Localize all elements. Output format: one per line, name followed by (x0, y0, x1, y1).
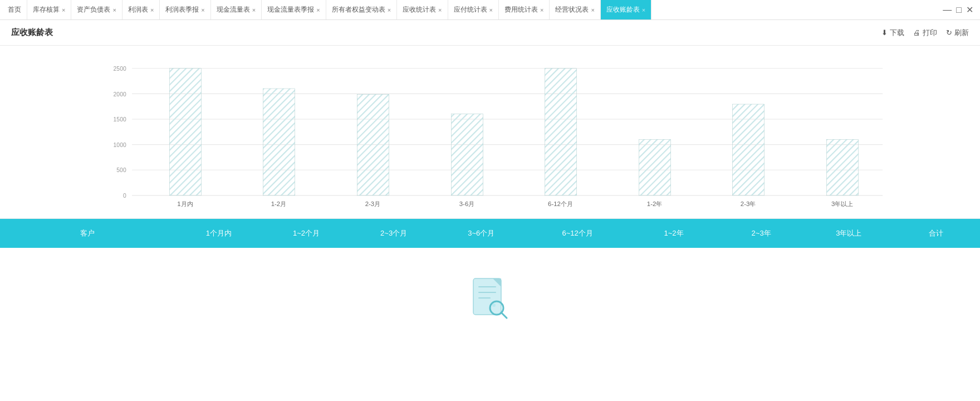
svg-text:2-3年: 2-3年 (741, 200, 756, 207)
close-icon[interactable]: × (388, 7, 391, 13)
empty-illustration (462, 270, 518, 326)
tab-bar: 首页 库存核算 × 资产负债表 × 利润表 × 利润表季报 × 现金流量表 × … (0, 0, 980, 20)
download-icon: ⬇ (881, 28, 888, 37)
th-2-3m: 2~3个月 (350, 228, 438, 238)
th-6-12m: 6~12个月 (525, 228, 630, 238)
bar-1m (169, 69, 201, 195)
bar-6-12m (545, 69, 577, 195)
th-3y-plus: 3年以上 (805, 228, 893, 238)
maximize-button[interactable]: □ (956, 5, 962, 15)
bar-3-6m (452, 114, 483, 195)
svg-text:1-2月: 1-2月 (271, 200, 286, 207)
window-controls: — □ ✕ (943, 4, 978, 15)
svg-text:1500: 1500 (114, 116, 126, 123)
tab-home[interactable]: 首页 (2, 0, 27, 20)
th-1-2m: 1~2个月 (262, 228, 350, 238)
close-icon[interactable]: × (150, 7, 154, 13)
main-content: 0 500 1000 1500 2000 2500 1月内 1-2月 2-3月 (0, 46, 980, 401)
tab-receivable-stats[interactable]: 应收统计表 × (397, 0, 448, 20)
svg-text:500: 500 (116, 167, 126, 173)
close-icon[interactable]: × (316, 7, 320, 13)
svg-text:1000: 1000 (114, 142, 126, 148)
svg-text:2500: 2500 (114, 66, 126, 72)
svg-text:2000: 2000 (114, 91, 126, 97)
tab-balance[interactable]: 资产负债表 × (71, 0, 122, 20)
close-icon[interactable]: × (591, 7, 594, 13)
close-icon[interactable]: × (201, 7, 204, 13)
tab-aging[interactable]: 应收账龄表 × (601, 0, 651, 20)
svg-text:3年以上: 3年以上 (831, 200, 853, 207)
close-icon[interactable]: × (489, 7, 493, 13)
svg-line-28 (501, 312, 507, 318)
empty-state (0, 248, 980, 337)
page-header: 应收账龄表 ⬇ 下载 🖨 打印 ↻ 刷新 (0, 20, 980, 46)
close-icon[interactable]: × (438, 7, 442, 13)
svg-text:2-3月: 2-3月 (365, 200, 380, 207)
header-actions: ⬇ 下载 🖨 打印 ↻ 刷新 (881, 28, 969, 38)
svg-rect-22 (473, 278, 501, 315)
tab-payable-stats[interactable]: 应付统计表 × (448, 0, 499, 20)
bar-2-3m (357, 94, 389, 195)
window-close-button[interactable]: ✕ (966, 4, 973, 15)
th-3-6m: 3~6个月 (438, 228, 525, 238)
tab-equity[interactable]: 所有者权益变动表 × (326, 0, 397, 20)
download-button[interactable]: ⬇ 下载 (881, 28, 904, 38)
table-header: 客户 1个月内 1~2个月 2~3个月 3~6个月 6~12个月 1~2年 2~… (0, 219, 980, 248)
tab-profit[interactable]: 利润表 × (122, 0, 160, 20)
th-1-2y: 1~2年 (630, 228, 717, 238)
chart-area: 0 500 1000 1500 2000 2500 1月内 1-2月 2-3月 (0, 46, 980, 218)
tab-expense-stats[interactable]: 费用统计表 × (499, 0, 550, 20)
th-total: 合计 (893, 228, 980, 238)
tab-cashflow[interactable]: 现金流量表 × (211, 0, 262, 20)
page-title: 应收账龄表 (11, 27, 53, 38)
tab-inventory[interactable]: 库存核算 × (27, 0, 71, 20)
print-icon: 🖨 (913, 28, 920, 37)
refresh-icon: ↻ (946, 28, 952, 37)
empty-icon (462, 270, 518, 326)
tab-cashflow-quarterly[interactable]: 现金流量表季报 × (262, 0, 326, 20)
svg-text:1月内: 1月内 (177, 200, 193, 207)
svg-point-29 (492, 304, 496, 307)
close-icon[interactable]: × (540, 7, 543, 13)
minimize-button[interactable]: — (943, 5, 952, 15)
svg-text:1-2年: 1-2年 (647, 200, 662, 207)
svg-text:6-12个月: 6-12个月 (548, 200, 573, 207)
close-icon[interactable]: × (62, 7, 65, 13)
svg-text:0: 0 (123, 193, 126, 199)
bar-chart: 0 500 1000 1500 2000 2500 1月内 1-2月 2-3月 (22, 57, 958, 213)
bar-1-2m (263, 89, 295, 195)
close-icon[interactable]: × (252, 7, 256, 13)
tab-operation[interactable]: 经营状况表 × (550, 0, 600, 20)
bar-2-3y (733, 104, 765, 195)
th-2-3y: 2~3年 (718, 228, 805, 238)
bar-1-2y (639, 139, 671, 195)
th-1m: 1个月内 (175, 228, 262, 238)
tab-profit-quarterly[interactable]: 利润表季报 × (160, 0, 210, 20)
refresh-button[interactable]: ↻ 刷新 (946, 28, 969, 38)
chart-container: 0 500 1000 1500 2000 2500 1月内 1-2月 2-3月 (22, 57, 958, 213)
close-icon[interactable]: × (642, 7, 645, 13)
print-button[interactable]: 🖨 打印 (913, 28, 937, 38)
th-customer: 客户 (0, 228, 175, 238)
close-icon[interactable]: × (112, 7, 116, 13)
svg-text:3-6月: 3-6月 (459, 200, 474, 207)
bar-3y-plus (827, 139, 859, 195)
